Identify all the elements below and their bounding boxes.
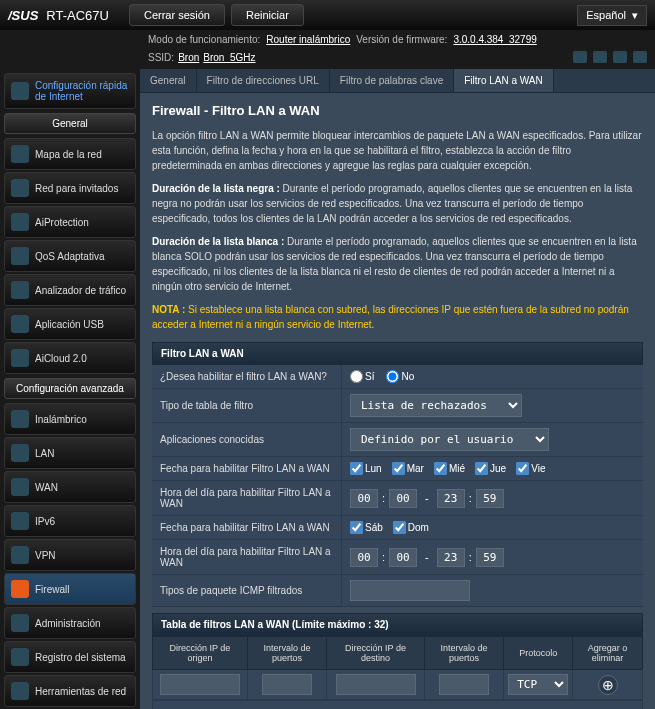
sidebar-item-network-map[interactable]: Mapa de la red — [4, 138, 136, 170]
time2-h2[interactable] — [437, 548, 465, 567]
page-title: Firewall - Filtro LAN a WAN — [152, 103, 643, 118]
ipv6-icon — [11, 512, 29, 530]
sidebar-section-general: General — [4, 113, 136, 134]
sidebar-item-vpn[interactable]: VPN — [4, 539, 136, 571]
status-icon — [573, 51, 587, 63]
usb-icon — [11, 315, 29, 333]
sidebar-item-aicloud[interactable]: AiCloud 2.0 — [4, 342, 136, 374]
description: La opción filtro LAN a WAN permite bloqu… — [152, 128, 643, 173]
ssid-2[interactable]: Bron_5GHz — [203, 52, 255, 63]
filter-table: Dirección IP de origen Intervalo de puer… — [152, 636, 643, 700]
info-bar: Modo de funcionamiento: Router inalámbri… — [0, 30, 655, 49]
gear-icon — [11, 614, 29, 632]
check-wed[interactable]: Mié — [434, 462, 465, 475]
time2-m1[interactable] — [389, 548, 417, 567]
sidebar-item-traffic-analyzer[interactable]: Analizador de tráfico — [4, 274, 136, 306]
radio-yes[interactable]: Sí — [350, 370, 374, 383]
wan-icon — [11, 478, 29, 496]
note-text: NOTA : Si establece una lista blanca con… — [152, 302, 643, 332]
time2-h1[interactable] — [350, 548, 378, 567]
dst-ip-input[interactable] — [336, 674, 416, 695]
shield-icon — [11, 213, 29, 231]
time-weekday-label: Hora del día para habilitar Filtro LAN a… — [152, 481, 342, 515]
fw-link[interactable]: 3.0.0.4.384_32799 — [453, 34, 536, 45]
filter-type-select[interactable]: Lista de rechazados — [350, 394, 522, 417]
tab-general[interactable]: General — [140, 69, 197, 92]
sidebar-quick-setup[interactable]: Configuración rápida de Internet — [4, 73, 136, 109]
tab-keyword-filter[interactable]: Filtro de palabras clave — [330, 69, 454, 92]
sidebar-section-advanced: Configuración avanzada — [4, 378, 136, 399]
check-sun[interactable]: Dom — [393, 521, 429, 534]
sidebar-item-qos[interactable]: QoS Adaptativa — [4, 240, 136, 272]
ssid-1[interactable]: Bron — [178, 52, 199, 63]
check-fri[interactable]: Vie — [516, 462, 545, 475]
time-h1[interactable] — [350, 489, 378, 508]
check-mon[interactable]: Lun — [350, 462, 382, 475]
tab-lan-wan-filter[interactable]: Filtro LAN a WAN — [454, 69, 554, 92]
sidebar-item-wan[interactable]: WAN — [4, 471, 136, 503]
logout-button[interactable]: Cerrar sesión — [129, 4, 225, 26]
known-apps-select[interactable]: Definido por el usuario — [350, 428, 549, 451]
sidebar-item-label: VPN — [35, 550, 56, 561]
blacklist-desc: Duración de la lista negra : Durante el … — [152, 181, 643, 226]
sidebar-item-usb-app[interactable]: Aplicación USB — [4, 308, 136, 340]
col-src-port: Intervalo de puertos — [247, 637, 326, 670]
ssid-label: SSID: — [148, 52, 174, 63]
content-area: General Filtro de direcciones URL Filtro… — [140, 69, 655, 709]
src-ip-input[interactable] — [160, 674, 240, 695]
radio-no[interactable]: No — [386, 370, 414, 383]
table-section-header: Tabla de filtros LAN a WAN (Límite máxim… — [152, 613, 643, 636]
time-m2[interactable] — [476, 489, 504, 508]
main-panel: Firewall - Filtro LAN a WAN La opción fi… — [140, 93, 655, 709]
filter-type-label: Tipo de tabla de filtro — [152, 389, 342, 422]
sidebar-item-label: Red para invitados — [35, 183, 118, 194]
sidebar-item-administration[interactable]: Administración — [4, 607, 136, 639]
add-button[interactable]: ⊕ — [598, 675, 618, 695]
check-tue[interactable]: Mar — [392, 462, 424, 475]
model-name: RT-AC67U — [46, 8, 109, 23]
sidebar-item-label: Firewall — [35, 584, 69, 595]
reboot-button[interactable]: Reiniciar — [231, 4, 304, 26]
enable-label: ¿Desea habilitar el filtro LAN a WAN? — [152, 365, 342, 388]
check-thu[interactable]: Jue — [475, 462, 506, 475]
icmp-input[interactable] — [350, 580, 470, 601]
guest-icon — [11, 179, 29, 197]
sidebar-item-network-tools[interactable]: Herramientas de red — [4, 675, 136, 707]
log-icon — [11, 648, 29, 666]
src-port-input[interactable] — [262, 674, 312, 695]
sidebar-item-firewall[interactable]: Firewall — [4, 573, 136, 605]
sidebar-item-label: QoS Adaptativa — [35, 251, 105, 262]
fire-icon — [11, 580, 29, 598]
language-label: Español — [586, 9, 626, 21]
sidebar-item-ipv6[interactable]: IPv6 — [4, 505, 136, 537]
sidebar-item-label: Mapa de la red — [35, 149, 102, 160]
mode-link[interactable]: Router inalámbrico — [266, 34, 350, 45]
sidebar-item-wireless[interactable]: Inalámbrico — [4, 403, 136, 435]
sidebar-item-system-log[interactable]: Registro del sistema — [4, 641, 136, 673]
date-weekend-label: Fecha para habilitar Filtro LAN a WAN — [152, 516, 342, 539]
sidebar-item-guest-network[interactable]: Red para invitados — [4, 172, 136, 204]
protocol-select[interactable]: TCP — [508, 674, 568, 695]
check-sat[interactable]: Sáb — [350, 521, 383, 534]
col-dst-port: Intervalo de puertos — [424, 637, 503, 670]
sidebar-item-label: LAN — [35, 448, 54, 459]
dst-port-input[interactable] — [439, 674, 489, 695]
globe-icon — [11, 82, 29, 100]
top-header: /SUS RT-AC67U Cerrar sesión Reiniciar Es… — [0, 0, 655, 30]
fw-label: Versión de firmware: — [356, 34, 447, 45]
sidebar-item-aiprotection[interactable]: AiProtection — [4, 206, 136, 238]
time-m1[interactable] — [389, 489, 417, 508]
col-src-ip: Dirección IP de origen — [153, 637, 248, 670]
whitelist-desc: Duración de la lista blanca : Durante el… — [152, 234, 643, 294]
language-selector[interactable]: Español ▾ — [577, 5, 647, 26]
time2-m2[interactable] — [476, 548, 504, 567]
status-icons — [573, 51, 647, 63]
sidebar-item-label: IPv6 — [35, 516, 55, 527]
time-h2[interactable] — [437, 489, 465, 508]
tab-url-filter[interactable]: Filtro de direcciones URL — [197, 69, 330, 92]
sidebar-item-lan[interactable]: LAN — [4, 437, 136, 469]
time-weekend-label: Hora del día para habilitar Filtro LAN a… — [152, 540, 342, 574]
sidebar-item-label: Registro del sistema — [35, 652, 126, 663]
no-data-message: No hay datos en la tabla. — [152, 700, 643, 709]
tools-icon — [11, 682, 29, 700]
